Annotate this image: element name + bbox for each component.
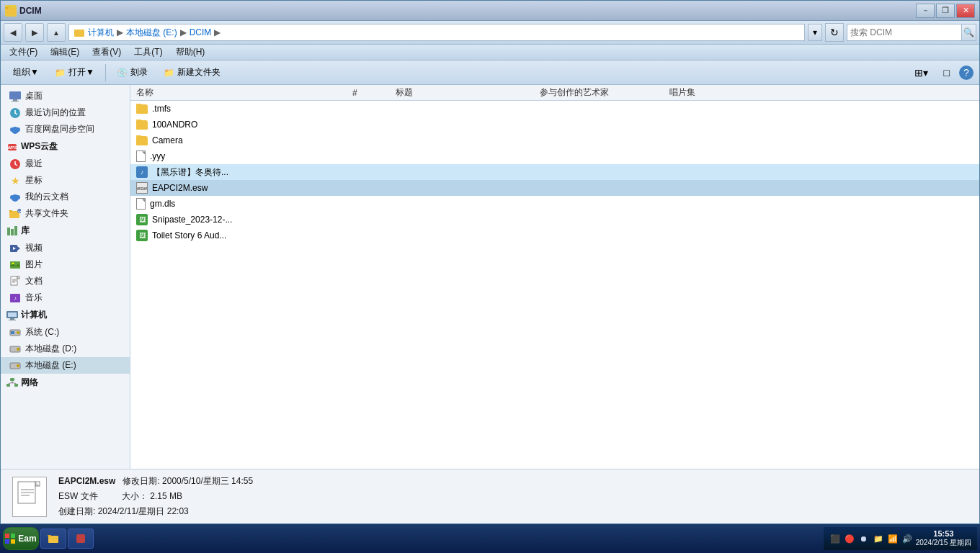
- new-folder-button[interactable]: 📁 新建文件夹: [157, 63, 227, 83]
- burn-label: 刻录: [130, 66, 148, 78]
- drive-d-icon: [9, 343, 21, 355]
- file-list: .tmfs 100ANDRO: [130, 101, 979, 469]
- svg-rect-42: [9, 320, 16, 320]
- open-button[interactable]: 📁 打开▼: [48, 63, 101, 83]
- restore-button[interactable]: ❐: [936, 4, 955, 18]
- taskbar-explorer-button[interactable]: [40, 529, 66, 549]
- table-row[interactable]: .tmfs: [130, 101, 979, 117]
- video-label: 视频: [25, 242, 43, 254]
- close-button[interactable]: ✕: [956, 4, 975, 18]
- table-row[interactable]: 100ANDRO: [130, 117, 979, 132]
- burn-button[interactable]: 💿 刻录: [110, 63, 154, 83]
- preview-toggle-button[interactable]: □: [937, 63, 956, 83]
- tray-icon-rec[interactable]: ⏺: [858, 533, 870, 544]
- sidebar-item-image[interactable]: 图片: [1, 256, 130, 273]
- tray-icon-usb[interactable]: ⬛: [829, 533, 841, 544]
- menu-view[interactable]: 查看(V): [86, 45, 127, 60]
- cloud-docs-icon: [9, 192, 21, 203]
- table-row[interactable]: gm.dls: [130, 196, 979, 212]
- forward-button[interactable]: ▶: [25, 23, 44, 42]
- system-clock[interactable]: 15:53 2024/2/15 星期四: [916, 529, 971, 548]
- sidebar-item-star[interactable]: ★ 星标: [1, 172, 130, 189]
- addressbar: ◀ ▶ ▲ 计算机 ▶ 本地磁盘 (E:) ▶ DCIM ▶ ▾ ↻ 🔍: [1, 21, 979, 44]
- table-row[interactable]: 🖼 Snipaste_2023-12-...: [130, 212, 979, 228]
- col-number[interactable]: #: [352, 88, 381, 98]
- menu-edit[interactable]: 编辑(E): [45, 45, 85, 60]
- taskbar-app-button[interactable]: [68, 529, 94, 549]
- folder-icon: [136, 136, 148, 145]
- file-name: 100ANDRO: [152, 120, 197, 130]
- path-drive-e[interactable]: 本地磁盘 (E:): [126, 27, 177, 39]
- col-name[interactable]: 名称: [136, 86, 338, 99]
- tray-icon-network[interactable]: 📶: [887, 533, 899, 544]
- video-icon: [9, 243, 21, 254]
- menu-file[interactable]: 文件(F): [4, 45, 43, 60]
- menu-help[interactable]: 帮助(H): [170, 45, 211, 60]
- view-toggle-button[interactable]: ⊞▾: [908, 63, 935, 83]
- svg-rect-71: [76, 534, 85, 543]
- network-label: 网络: [21, 377, 38, 389]
- sidebar-item-drive-c[interactable]: 系统 (C:): [1, 324, 130, 341]
- svg-rect-19: [9, 210, 12, 212]
- sidebar-section-computer[interactable]: 计算机: [1, 306, 130, 324]
- menu-tools[interactable]: 工具(T): [128, 45, 168, 60]
- sidebar-section-wps[interactable]: WPS WPS云盘: [1, 138, 130, 156]
- svg-rect-2: [5, 7, 9, 9]
- address-dropdown[interactable]: ▾: [808, 24, 822, 41]
- svg-rect-52: [10, 378, 14, 381]
- sidebar-section-network[interactable]: 网络: [1, 374, 130, 392]
- statusbar: EAPCI2M.esw 修改日期: 2000/5/10/星期三 14:55 ES…: [1, 469, 979, 523]
- sidebar-section-library[interactable]: 库: [1, 222, 130, 240]
- sidebar-item-drive-d[interactable]: 本地磁盘 (D:): [1, 341, 130, 357]
- refresh-button[interactable]: ↻: [825, 23, 844, 42]
- path-computer[interactable]: 计算机: [88, 27, 114, 39]
- svg-point-9: [10, 127, 14, 132]
- table-row[interactable]: 🖼 Toilet Story 6 Aud...: [130, 228, 979, 243]
- search-box: 🔍: [847, 24, 976, 41]
- star-label: 星标: [25, 174, 43, 186]
- file-name-info: EAPCI2M.esw 修改日期: 2000/5/10/星期三 14:55: [58, 475, 253, 487]
- tray-icon-volume[interactable]: 🔊: [901, 533, 913, 544]
- sidebar-item-cloud-docs[interactable]: 我的云文档: [1, 189, 130, 205]
- tray-icon-folder[interactable]: 📁: [873, 533, 884, 544]
- up-button[interactable]: ▲: [47, 23, 66, 42]
- table-row[interactable]: Camera: [130, 132, 979, 148]
- sidebar-item-desktop[interactable]: 桌面: [1, 88, 130, 104]
- open-label: 打开▼: [68, 66, 94, 78]
- table-row[interactable]: ♪ 【黑乐谱】冬奥待...: [130, 164, 979, 180]
- computer-label: 计算机: [21, 309, 47, 321]
- tray-icon-stop[interactable]: 🔴: [844, 533, 855, 544]
- sidebar-item-video[interactable]: 视频: [1, 240, 130, 256]
- svg-marker-27: [17, 246, 20, 251]
- modified-value: 2000/5/10/星期三 14:55: [162, 476, 253, 486]
- table-row[interactable]: esw EAPCI2M.esw: [130, 180, 979, 196]
- sidebar-item-document[interactable]: 文档: [1, 273, 130, 289]
- start-button[interactable]: Eam: [3, 527, 39, 550]
- explorer-icon: [48, 533, 59, 544]
- col-title[interactable]: 标题: [396, 86, 525, 99]
- sidebar-item-recent2[interactable]: 最近: [1, 156, 130, 172]
- minimize-button[interactable]: －: [916, 4, 935, 18]
- sidebar-item-music[interactable]: ♪ 音乐: [1, 289, 130, 306]
- path-dcim[interactable]: DCIM: [190, 27, 212, 37]
- col-album[interactable]: 唱片集: [669, 86, 756, 99]
- sidebar-item-shared[interactable]: 共享文件夹: [1, 205, 130, 222]
- titlebar: DCIM － ❐ ✕: [1, 1, 979, 21]
- clock-time: 15:53: [916, 529, 971, 538]
- col-artist[interactable]: 参与创作的艺术家: [540, 86, 655, 99]
- search-input[interactable]: [847, 24, 961, 40]
- titlebar-title: DCIM: [19, 6, 42, 16]
- back-button[interactable]: ◀: [4, 23, 22, 42]
- help-button[interactable]: ?: [959, 66, 974, 80]
- desktop-label: 桌面: [25, 90, 43, 102]
- file-name: 【黑乐谱】冬奥待...: [152, 166, 228, 179]
- table-row[interactable]: .yyy: [130, 148, 979, 164]
- svg-point-51: [17, 364, 19, 367]
- sidebar-item-baidu[interactable]: 百度网盘同步空间: [1, 121, 130, 138]
- desktop-icon: [9, 91, 21, 102]
- organize-button[interactable]: 组织▼: [6, 63, 45, 83]
- column-headers: 名称 # 标题 参与创作的艺术家 唱片集: [130, 85, 979, 101]
- search-button[interactable]: 🔍: [961, 24, 976, 40]
- sidebar-item-drive-e[interactable]: 本地磁盘 (E:): [1, 357, 130, 374]
- sidebar-item-recent[interactable]: 最近访问的位置: [1, 104, 130, 121]
